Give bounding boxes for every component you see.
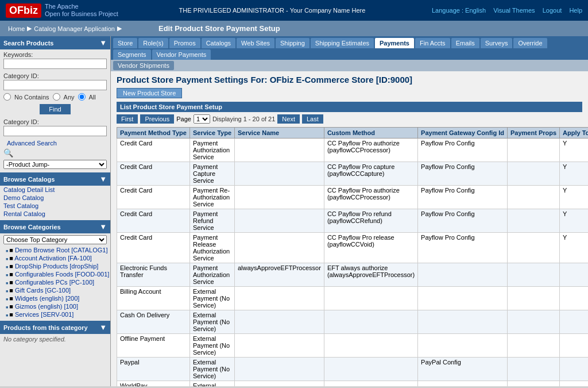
table-cell xyxy=(507,381,559,387)
sub-tab-vendor-shipments[interactable]: Vendor Shipments xyxy=(113,61,174,70)
table-cell: Payflow Pro Config xyxy=(418,186,508,209)
catalog-item[interactable]: Rental Catalog xyxy=(0,210,110,218)
tab-fin-accts[interactable]: Fin Accts xyxy=(415,38,450,48)
table-cell xyxy=(235,233,324,263)
all-radio[interactable] xyxy=(78,93,86,101)
advanced-search-link[interactable]: Advanced Search xyxy=(3,139,107,147)
table-cell xyxy=(560,358,588,381)
tab-store[interactable]: Store xyxy=(113,38,137,48)
category-tree-item[interactable]: ■ Widgets (english) [200] xyxy=(6,294,110,302)
tab-vendor-payments[interactable]: Vendor Payments xyxy=(152,49,211,60)
tab-shipping-estimates[interactable]: Shipping Estimates xyxy=(311,38,374,48)
tabs-row: StoreRole(s)PromosCatalogsWeb SitesShipp… xyxy=(113,38,586,60)
topbar: OFbiz The Apache Open for Business Proje… xyxy=(0,0,588,21)
browse-categories-header: Browse Categories ▼ xyxy=(0,220,110,233)
table-cell: Paypal xyxy=(117,358,190,381)
product-jump-select[interactable]: -Product Jump- xyxy=(3,160,107,169)
no-contains-radio[interactable] xyxy=(3,93,11,101)
catalog-item[interactable]: Catalog Detail List xyxy=(0,186,110,194)
table-cell: Payflow Pro Config xyxy=(418,233,508,263)
any-radio[interactable] xyxy=(53,93,60,101)
sidebar: Search Products ▼ Keywords: Category ID:… xyxy=(0,36,111,386)
previous-button-top[interactable]: Previous xyxy=(140,114,174,124)
table-cell xyxy=(507,162,559,186)
tab-role-s-[interactable]: Role(s) xyxy=(138,38,168,48)
table-cell: Y xyxy=(560,162,588,186)
table-cell xyxy=(560,310,588,334)
table-cell: Credit Card xyxy=(117,139,190,162)
tab-promos[interactable]: Promos xyxy=(169,38,200,48)
tab-override[interactable]: Override xyxy=(513,38,547,48)
table-cell xyxy=(418,334,508,358)
products-from-category-collapse-icon[interactable]: ▼ xyxy=(99,323,107,332)
category-tree: ■ Demo Browse Root [CATALOG1]■ Account A… xyxy=(0,246,110,318)
catalog-list: Catalog Detail ListDemo CatalogTest Cata… xyxy=(0,186,110,218)
table-cell: External Payment (No Service) xyxy=(189,358,234,381)
category-tree-item[interactable]: ■ Gift Cards [GC-100] xyxy=(6,286,110,294)
table-cell xyxy=(235,334,324,358)
keywords-label: Keywords: xyxy=(3,51,107,58)
table-cell xyxy=(324,334,417,358)
category-tree-item[interactable]: ■ Demo Browse Root [CATALOG1] xyxy=(6,246,110,254)
tab-shipping[interactable]: Shipping xyxy=(276,38,310,48)
category-tree-item[interactable]: ■ Account Activation [FA-100] xyxy=(6,254,110,262)
column-header: Service Name xyxy=(235,128,324,139)
category-tree-item[interactable]: ■ Configurables PCs [PC-100] xyxy=(6,278,110,286)
browse-categories-collapse-icon[interactable]: ▼ xyxy=(99,222,107,231)
tab-segments[interactable]: Segments xyxy=(113,49,151,60)
category-id-label-1: Category ID: xyxy=(3,72,107,79)
breadcrumb-sep1: ▶ xyxy=(27,25,32,32)
table-cell: Y xyxy=(560,233,588,263)
tab-catalogs[interactable]: Catalogs xyxy=(202,38,235,48)
category-id-input-2[interactable] xyxy=(3,126,107,136)
table-cell xyxy=(507,358,559,381)
payment-table: Payment Method TypeService TypeService N… xyxy=(117,127,588,386)
page-label-top: Page xyxy=(176,116,191,122)
tab-emails[interactable]: Emails xyxy=(451,38,479,48)
new-product-store-button[interactable]: New Product Store xyxy=(117,88,182,98)
table-row: Credit CardPayment Release Authorization… xyxy=(117,233,589,263)
table-row: PaypalExternal Payment (No Service)PayPa… xyxy=(117,358,589,381)
table-row: Electronic Funds TransferPayment Authori… xyxy=(117,263,589,287)
table-row: Cash On DeliveryExternal Payment (No Ser… xyxy=(117,310,589,334)
visual-themes-link[interactable]: Visual Themes xyxy=(493,7,535,14)
table-cell xyxy=(560,334,588,358)
tab-surveys[interactable]: Surveys xyxy=(481,38,513,48)
category-id-input-1[interactable] xyxy=(3,80,107,90)
next-button-top[interactable]: Next xyxy=(277,114,300,124)
breadcrumb-app[interactable]: Catalog Manager Application xyxy=(34,25,115,32)
search-collapse-icon[interactable]: ▼ xyxy=(99,39,107,47)
page-select-top[interactable]: 1 xyxy=(194,114,210,124)
catalog-item[interactable]: Test Catalog xyxy=(0,202,110,210)
topbar-center-text: THE PRIVILEGED ADMINISTRATOR - Your Comp… xyxy=(179,7,365,14)
first-button-top[interactable]: First xyxy=(117,114,138,124)
language-link[interactable]: Language : English xyxy=(432,7,486,14)
table-cell: Payment Authorization Service xyxy=(189,139,234,162)
table-cell: Credit Card xyxy=(117,186,190,209)
browse-catalogs-collapse-icon[interactable]: ▼ xyxy=(99,175,107,183)
table-cell xyxy=(418,287,508,310)
column-header: Custom Method xyxy=(324,128,417,139)
page-content: Product Store Payment Settings For: OFbi… xyxy=(111,71,588,386)
category-tree-item[interactable]: ■ DropShip Products [dropShip] xyxy=(6,262,110,270)
table-cell: External Payment (No Service) xyxy=(189,381,234,387)
top-category-select[interactable]: Choose Top Category xyxy=(3,235,107,244)
table-cell: PayPal Config xyxy=(418,358,508,381)
table-row: WorldPayExternal Payment (No Service)Edi… xyxy=(117,381,589,387)
find-button[interactable]: Find xyxy=(40,104,70,114)
tab-web-sites[interactable]: Web Sites xyxy=(237,38,274,48)
category-tree-item[interactable]: ■ Gizmos (english) [100] xyxy=(6,302,110,310)
tab-payments[interactable]: Payments xyxy=(375,38,414,48)
category-tree-item[interactable]: ■ Configurables Foods [FOOD-001] xyxy=(6,270,110,278)
help-link[interactable]: Help xyxy=(569,7,582,14)
table-cell: WorldPay xyxy=(117,381,190,387)
catalog-item[interactable]: Demo Catalog xyxy=(0,194,110,202)
table-cell xyxy=(235,162,324,186)
breadcrumb-home[interactable]: Home xyxy=(8,25,25,32)
keywords-input[interactable] xyxy=(3,59,107,69)
logout-link[interactable]: Logout xyxy=(543,7,562,14)
table-row: Credit CardPayment Re-Authorization Serv… xyxy=(117,186,589,209)
last-button-top[interactable]: Last xyxy=(302,114,323,124)
products-from-category-header: Products from this category ▼ xyxy=(0,321,110,334)
category-tree-item[interactable]: ■ Services [SERV-001] xyxy=(6,310,110,318)
